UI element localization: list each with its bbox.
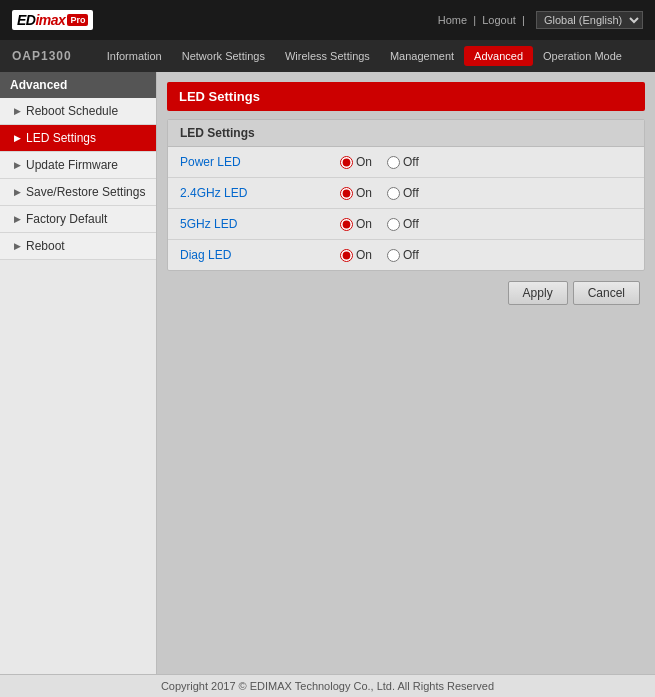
device-name: OAP1300 <box>12 49 72 63</box>
main-layout: Advanced ▶ Reboot Schedule ▶ LED Setting… <box>0 72 655 674</box>
arrow-icon: ▶ <box>14 133 21 143</box>
arrow-icon: ▶ <box>14 187 21 197</box>
diag-led-label: Diag LED <box>168 240 328 271</box>
sidebar-title: Advanced <box>0 72 156 98</box>
on-text: On <box>356 155 372 169</box>
logo-box: EDimax Pro <box>12 10 93 30</box>
5ghz-led-radio-group: On Off <box>340 217 632 231</box>
off-text: Off <box>403 155 419 169</box>
sidebar-item-label: Reboot <box>26 239 65 253</box>
sidebar-item-save-restore[interactable]: ▶ Save/Restore Settings <box>0 179 156 206</box>
sidebar-item-label: Reboot Schedule <box>26 104 118 118</box>
5ghz-led-off-label[interactable]: Off <box>387 217 419 231</box>
power-led-radio-group: On Off <box>340 155 632 169</box>
card-header: LED Settings <box>168 120 644 147</box>
off-text: Off <box>403 248 419 262</box>
led-settings-card: LED Settings Power LED On <box>167 119 645 271</box>
24ghz-led-off-label[interactable]: Off <box>387 186 419 200</box>
sidebar: Advanced ▶ Reboot Schedule ▶ LED Setting… <box>0 72 157 674</box>
power-led-on-radio[interactable] <box>340 156 353 169</box>
header-links: Home | Logout | Global (English) <box>438 11 643 29</box>
24ghz-led-label: 2.4GHz LED <box>168 178 328 209</box>
sidebar-item-reboot[interactable]: ▶ Reboot <box>0 233 156 260</box>
language-select[interactable]: Global (English) <box>536 11 643 29</box>
on-text: On <box>356 248 372 262</box>
logo: EDimax Pro <box>12 10 93 30</box>
5ghz-led-on-label[interactable]: On <box>340 217 372 231</box>
page-header: LED Settings <box>167 82 645 111</box>
sidebar-item-factory-default[interactable]: ▶ Factory Default <box>0 206 156 233</box>
nav-item-advanced[interactable]: Advanced <box>464 46 533 66</box>
power-led-label: Power LED <box>168 147 328 178</box>
diag-led-on-radio[interactable] <box>340 249 353 262</box>
logo-text: EDimax <box>17 12 65 28</box>
logo-pro: Pro <box>67 14 88 26</box>
nav-item-information[interactable]: Information <box>97 46 172 66</box>
nav-item-management[interactable]: Management <box>380 46 464 66</box>
card-body: Power LED On Off <box>168 147 644 270</box>
arrow-icon: ▶ <box>14 160 21 170</box>
arrow-icon: ▶ <box>14 106 21 116</box>
sidebar-item-label: Save/Restore Settings <box>26 185 145 199</box>
led-table: Power LED On Off <box>168 147 644 270</box>
on-text: On <box>356 186 372 200</box>
sidebar-item-reboot-schedule[interactable]: ▶ Reboot Schedule <box>0 98 156 125</box>
sidebar-item-led-settings[interactable]: ▶ LED Settings <box>0 125 156 152</box>
sidebar-item-label: LED Settings <box>26 131 96 145</box>
diag-led-off-radio[interactable] <box>387 249 400 262</box>
table-row: 5GHz LED On Off <box>168 209 644 240</box>
nav-item-wireless-settings[interactable]: Wireless Settings <box>275 46 380 66</box>
power-led-on-label[interactable]: On <box>340 155 372 169</box>
power-led-off-label[interactable]: Off <box>387 155 419 169</box>
device-nav: OAP1300 Information Network Settings Wir… <box>0 40 655 72</box>
diag-led-radio-group: On Off <box>340 248 632 262</box>
power-led-off-radio[interactable] <box>387 156 400 169</box>
off-text: Off <box>403 186 419 200</box>
5ghz-led-off-radio[interactable] <box>387 218 400 231</box>
nav-item-operation-mode[interactable]: Operation Mode <box>533 46 632 66</box>
diag-led-on-label[interactable]: On <box>340 248 372 262</box>
24ghz-led-on-radio[interactable] <box>340 187 353 200</box>
table-row: 2.4GHz LED On Off <box>168 178 644 209</box>
cancel-button[interactable]: Cancel <box>573 281 640 305</box>
apply-button[interactable]: Apply <box>508 281 568 305</box>
home-link[interactable]: Home <box>438 14 467 26</box>
on-text: On <box>356 217 372 231</box>
logo-ed: ED <box>17 12 35 28</box>
footer: Copyright 2017 © EDIMAX Technology Co., … <box>0 674 655 697</box>
footer-text: Copyright 2017 © EDIMAX Technology Co., … <box>161 680 494 692</box>
5ghz-led-on-radio[interactable] <box>340 218 353 231</box>
table-row: Diag LED On Off <box>168 240 644 271</box>
logo-imax: imax <box>35 12 65 28</box>
24ghz-led-radio-group: On Off <box>340 186 632 200</box>
diag-led-off-label[interactable]: Off <box>387 248 419 262</box>
header: EDimax Pro Home | Logout | Global (Engli… <box>0 0 655 40</box>
5ghz-led-label: 5GHz LED <box>168 209 328 240</box>
24ghz-led-off-radio[interactable] <box>387 187 400 200</box>
sidebar-item-label: Update Firmware <box>26 158 118 172</box>
logout-link[interactable]: Logout <box>482 14 516 26</box>
arrow-icon: ▶ <box>14 241 21 251</box>
arrow-icon: ▶ <box>14 214 21 224</box>
sidebar-item-update-firmware[interactable]: ▶ Update Firmware <box>0 152 156 179</box>
24ghz-led-on-label[interactable]: On <box>340 186 372 200</box>
content: LED Settings LED Settings Power LED On <box>157 72 655 674</box>
off-text: Off <box>403 217 419 231</box>
nav-item-network-settings[interactable]: Network Settings <box>172 46 275 66</box>
nav-items: Information Network Settings Wireless Se… <box>97 46 632 66</box>
table-row: Power LED On Off <box>168 147 644 178</box>
action-row: Apply Cancel <box>167 271 645 310</box>
sidebar-item-label: Factory Default <box>26 212 107 226</box>
